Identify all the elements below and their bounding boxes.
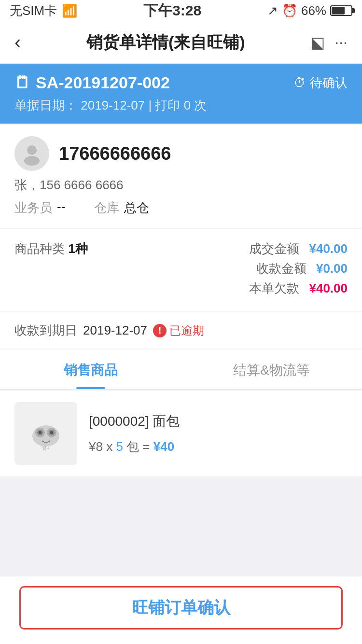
tab-sales-goods[interactable]: 销售商品 [0, 350, 181, 389]
customer-section: 17666666666 张，156 6666 6666 业务员 -- 仓库 总仓 [0, 125, 362, 228]
svg-point-2 [32, 425, 59, 447]
status-bar-left: 无SIM卡 📶 [10, 2, 77, 19]
amount-row: 成交金额 ¥40.00 [249, 240, 348, 257]
bottom-button-area: 旺铺订单确认 [0, 576, 362, 644]
wifi-icon: 📶 [62, 3, 77, 18]
tab-settle-label: 结算&物流等 [233, 363, 310, 378]
amount-label: 成交金额 [249, 240, 299, 257]
due-label: 收款到期日 [14, 322, 77, 339]
received-value: ¥0.00 [316, 261, 348, 276]
goods-count: 1种 [68, 241, 87, 256]
product-unit: 包 [126, 439, 139, 454]
status-bar-right: ↗ ⏰ 66% [267, 3, 352, 18]
summary-right: 成交金额 ¥40.00 收款金额 ¥0.00 本单欠款 ¥40.00 [249, 240, 348, 300]
share-button[interactable]: ⬕ [310, 33, 325, 52]
product-thumbnail: 督+ [14, 402, 77, 465]
more-button[interactable]: ··· [334, 33, 348, 51]
nav-right: ⬕ ··· [310, 33, 348, 52]
alarm-icon: ⏰ [282, 3, 297, 18]
battery-icon [330, 5, 352, 16]
customer-phone: 17666666666 [59, 143, 171, 164]
salesperson-item: 业务员 -- [14, 199, 65, 216]
owe-label: 本单欠款 [249, 280, 299, 297]
summary-section: 商品种类 1种 成交金额 ¥40.00 收款金额 ¥0.00 本单欠款 ¥40.… [0, 229, 362, 311]
svg-point-8 [50, 431, 53, 434]
customer-name: 张，156 6666 6666 [14, 177, 348, 194]
product-item: 督+ [0000002] 面包 ¥8 x 5 包 = ¥40 [0, 391, 362, 477]
overdue-icon: ! [153, 324, 167, 337]
status-badge: ⏱ 待确认 [293, 74, 348, 91]
print-count: 打印 0 次 [155, 98, 207, 112]
svg-text:督+: 督+ [42, 446, 50, 451]
customer-top: 17666666666 [14, 136, 348, 171]
svg-point-7 [39, 431, 42, 434]
received-label: 收款金额 [256, 260, 306, 277]
svg-point-1 [24, 156, 40, 166]
status-bar: 无SIM卡 📶 下午3:28 ↗ ⏰ 66% [0, 0, 362, 21]
product-total: ¥40 [153, 439, 174, 454]
unit-price: ¥8 [89, 439, 103, 454]
product-code: [0000002] [89, 414, 149, 429]
overdue-badge: ! 已逾期 [153, 323, 204, 338]
order-date-row: 单据日期： 2019-12-07 | 打印 0 次 [14, 97, 348, 114]
overdue-text: 已逾期 [169, 323, 204, 338]
warehouse-value: 总仓 [124, 199, 149, 216]
tab-settle-logistics[interactable]: 结算&物流等 [181, 350, 362, 389]
back-button[interactable]: ‹ [14, 31, 21, 53]
order-id-text: SA-20191207-002 [36, 73, 170, 92]
owe-value: ¥40.00 [309, 281, 348, 296]
product-title: 面包 [153, 414, 180, 429]
equals-sign: = [142, 439, 153, 454]
product-price: ¥8 x 5 包 = ¥40 [89, 438, 348, 455]
salesperson-label: 业务员 [14, 199, 52, 216]
amount-value: ¥40.00 [309, 241, 348, 256]
svg-point-0 [27, 145, 37, 155]
price-multiplier: x [106, 439, 116, 454]
clock-icon: ⏱ [293, 75, 306, 90]
warehouse-item: 仓库 总仓 [94, 199, 149, 216]
due-date-value: 2019-12-07 [83, 323, 147, 338]
product-qty: 5 [116, 439, 123, 454]
salesperson-value: -- [57, 199, 65, 216]
page-title: 销货单详情(来自旺铺) [86, 31, 245, 54]
product-name: [0000002] 面包 [89, 412, 348, 431]
tabs-section: 销售商品 结算&物流等 [0, 350, 362, 390]
summary-left: 商品种类 1种 [14, 240, 88, 257]
received-row: 收款金额 ¥0.00 [249, 260, 348, 277]
order-status: 待确认 [310, 74, 348, 91]
product-info: [0000002] 面包 ¥8 x 5 包 = ¥40 [89, 412, 348, 455]
nav-left: ‹ [14, 31, 21, 53]
confirm-order-button[interactable]: 旺铺订单确认 [19, 586, 343, 630]
order-date-value: 2019-12-07 [81, 98, 145, 112]
order-id: 🗒 SA-20191207-002 [14, 73, 170, 92]
date-label: 单据日期： [14, 98, 77, 112]
tab-sales-goods-label: 销售商品 [64, 363, 118, 378]
carrier-text: 无SIM卡 [10, 2, 57, 19]
product-list: 督+ [0000002] 面包 ¥8 x 5 包 = ¥40 [0, 391, 362, 477]
content-area [0, 477, 362, 574]
avatar [14, 136, 49, 171]
due-date-section: 收款到期日 2019-12-07 ! 已逾期 [0, 312, 362, 349]
order-icon: 🗒 [14, 73, 31, 92]
location-icon: ↗ [267, 3, 278, 18]
warehouse-label: 仓库 [94, 199, 119, 216]
status-bar-time: 下午3:28 [143, 1, 201, 21]
battery-text: 66% [301, 3, 326, 18]
header-card-top: 🗒 SA-20191207-002 ⏱ 待确认 [14, 73, 348, 92]
nav-bar: ‹ 销货单详情(来自旺铺) ⬕ ··· [0, 21, 362, 64]
goods-type-label: 商品种类 [14, 241, 65, 256]
date-separator: | [148, 98, 155, 112]
customer-meta: 业务员 -- 仓库 总仓 [14, 199, 348, 216]
order-header-card: 🗒 SA-20191207-002 ⏱ 待确认 单据日期： 2019-12-07… [0, 64, 362, 124]
owe-row: 本单欠款 ¥40.00 [249, 280, 348, 297]
